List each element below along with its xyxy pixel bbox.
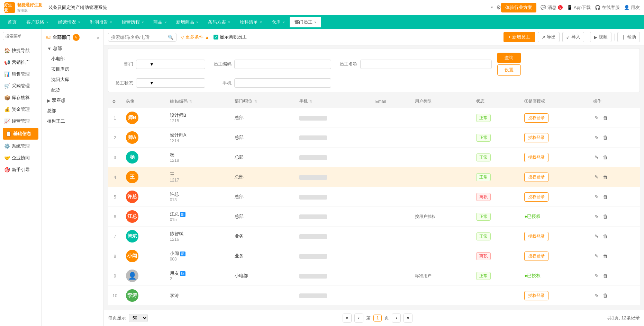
delete-btn[interactable]: 🗑	[601, 253, 609, 259]
auth-login-btn[interactable]: 授权登录	[524, 173, 548, 182]
search-input[interactable]	[111, 35, 166, 40]
next-page-btn[interactable]: ›	[392, 314, 401, 323]
tab-history[interactable]: 经营历程×	[117, 17, 149, 27]
auth-login-btn[interactable]: 授权登录	[524, 291, 548, 300]
tab-customer[interactable]: 客户联络×	[21, 17, 53, 27]
per-page-select[interactable]: 50 100	[129, 314, 148, 322]
auth-login-btn[interactable]: 授权登录	[524, 153, 548, 162]
sidebar-item-basic[interactable]: 📋基础信息	[3, 128, 38, 140]
tab-product[interactable]: 商品×	[148, 17, 171, 27]
edit-btn[interactable]: ✎	[593, 233, 600, 240]
tab-warehouse[interactable]: 仓库×	[267, 17, 290, 27]
auth-login-btn[interactable]: 授权登录	[524, 232, 548, 241]
sidebar-item-guide[interactable]: 🎯新手引导	[0, 164, 41, 176]
close-operation-icon[interactable]: ×	[78, 20, 80, 24]
delete-btn[interactable]: 🗑	[601, 233, 609, 240]
tab-home[interactable]: 首页	[3, 17, 21, 27]
sidebar-item-collab[interactable]: 🤝企业协同	[0, 152, 41, 164]
edit-btn[interactable]: ✎	[593, 193, 600, 200]
sidebar-item-sales[interactable]: 📊销售管理	[0, 68, 41, 80]
phone-input[interactable]	[234, 78, 331, 88]
employee-code-input[interactable]	[234, 60, 331, 69]
first-page-btn[interactable]: «	[343, 314, 352, 323]
th-phone[interactable]: 手机 ⇅	[295, 95, 371, 108]
view-button[interactable]: ▶ 视频	[590, 32, 611, 42]
close-customer-icon[interactable]: ×	[46, 20, 48, 24]
import-button[interactable]: ↙ 导入	[562, 32, 584, 42]
tree-item-project[interactable]: 项目库房	[42, 64, 103, 74]
delete-btn[interactable]: 🗑	[601, 292, 609, 299]
online-support-btn[interactable]: 🎧 在线客服	[595, 5, 620, 11]
tab-employees[interactable]: 部门员工×	[290, 17, 321, 27]
auth-login-btn[interactable]: 授权登录	[524, 113, 548, 123]
delete-btn[interactable]: 🗑	[601, 272, 609, 279]
tab-barcode[interactable]: 条码方案×	[203, 17, 235, 27]
close-bom-icon[interactable]: ×	[260, 20, 262, 24]
th-settings[interactable]: ⚙	[108, 95, 122, 108]
edit-btn[interactable]: ✎	[593, 174, 600, 180]
app-download-btn[interactable]: 📱 App下载	[567, 5, 591, 11]
auth-login-btn[interactable]: 授权登录	[524, 252, 548, 261]
edit-btn[interactable]: ✎	[593, 134, 600, 141]
export-button[interactable]: ↗ 导出	[538, 32, 560, 42]
th-dept[interactable]: 部门/职位 ⇅	[230, 95, 295, 108]
close-new-product-icon[interactable]: ×	[196, 20, 198, 24]
close-profit-icon[interactable]: ×	[110, 20, 112, 24]
edit-btn[interactable]: ✎	[593, 114, 600, 121]
trial-button[interactable]: 体验行业方案	[501, 3, 536, 12]
sidebar-item-finance[interactable]: 💰资金管理	[0, 104, 41, 115]
delete-btn[interactable]: 🗑	[601, 114, 609, 121]
show-resigned-toggle[interactable]: ✓ 显示离职员工	[214, 34, 247, 40]
prev-page-btn[interactable]: ‹	[354, 314, 363, 323]
delete-btn[interactable]: 🗑	[601, 193, 609, 200]
edit-btn[interactable]: ✎	[593, 292, 600, 299]
tree-item-shenyang[interactable]: 沈阳大库	[42, 74, 103, 85]
sidebar-item-inventory[interactable]: 📦库存核算	[0, 92, 41, 104]
delete-btn[interactable]: 🗑	[601, 174, 609, 180]
sidebar-item-system[interactable]: ⚙️系统管理	[0, 140, 41, 152]
tree-item-zongbu-parent[interactable]: ▼ 总部	[42, 43, 103, 54]
dept-tree-collapse-icon[interactable]: «	[97, 35, 99, 40]
tree-item-zongbu2[interactable]: 总部	[42, 106, 103, 116]
edit-btn[interactable]: ✎	[593, 253, 600, 259]
add-employee-button[interactable]: + 新增员工	[504, 32, 535, 42]
status-select[interactable]: ▼	[136, 78, 205, 88]
delete-btn[interactable]: 🗑	[601, 154, 609, 161]
system-title-dropdown[interactable]: ▼	[490, 6, 493, 9]
tree-item-xiaodian[interactable]: 小电部	[42, 54, 103, 64]
more-conditions-btn[interactable]: ▽ 更多条件 ▲	[181, 34, 209, 40]
tab-profit[interactable]: 利润报告×	[85, 17, 117, 27]
tab-operation[interactable]: 经营情况×	[53, 17, 85, 27]
edit-btn[interactable]: ✎	[593, 272, 600, 279]
tree-item-shuangzuo[interactable]: ▶ 双座想	[42, 95, 103, 106]
tree-item-peihuo[interactable]: 配货	[42, 85, 103, 95]
auth-login-btn[interactable]: 授权登录	[524, 133, 548, 142]
user-btn[interactable]: 👤 用友	[624, 5, 640, 11]
sidebar-item-marketing[interactable]: 📢营销推广	[0, 56, 41, 68]
sidebar-item-quicknav[interactable]: 🏠快捷导航	[0, 45, 41, 56]
message-btn[interactable]: 💬 消息 5	[541, 5, 563, 11]
tree-item-zhishu[interactable]: 植树王二	[42, 116, 103, 126]
employee-name-input[interactable]	[360, 60, 492, 69]
delete-btn[interactable]: 🗑	[601, 213, 609, 220]
tab-bom[interactable]: 物料清单×	[235, 17, 267, 27]
dept-select[interactable]: ▼	[136, 60, 205, 69]
edit-btn[interactable]: ✎	[593, 213, 600, 220]
query-button[interactable]: 查询	[497, 53, 521, 63]
last-page-btn[interactable]: »	[403, 314, 412, 323]
close-employees-icon[interactable]: ×	[315, 20, 317, 24]
edit-btn[interactable]: ✎	[593, 154, 600, 161]
help-button[interactable]: ｜ 帮助	[617, 32, 640, 42]
set-button[interactable]: 设置	[497, 64, 521, 76]
close-history-icon[interactable]: ×	[142, 20, 144, 24]
close-product-icon[interactable]: ×	[164, 20, 166, 24]
auth-login-btn[interactable]: 授权登录	[524, 192, 548, 202]
sidebar-search-input[interactable]	[3, 32, 42, 40]
search-icon[interactable]: 🔍	[168, 35, 173, 40]
close-warehouse-icon[interactable]: ×	[283, 20, 285, 24]
sidebar-item-management[interactable]: 📈经营管理	[0, 115, 41, 127]
th-name[interactable]: 姓名/编码 ⇅	[166, 95, 230, 108]
tab-new-product[interactable]: 新增商品×	[171, 17, 203, 27]
close-barcode-icon[interactable]: ×	[228, 20, 230, 24]
gear-icon[interactable]: ⚙	[496, 4, 501, 11]
